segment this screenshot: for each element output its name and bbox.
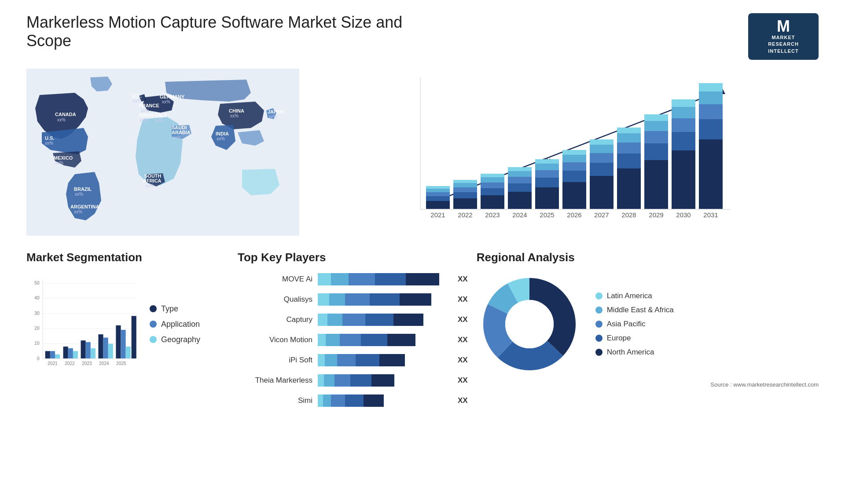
key-players-area: Top Key Players MOVE Ai XX Qualisys: [238, 251, 468, 413]
bottom-section: Market Segmentation 0 10 20 30: [26, 251, 819, 413]
svg-rect-87: [617, 128, 641, 133]
svg-rect-50: [426, 192, 450, 196]
svg-rect-58: [481, 195, 504, 209]
svg-rect-102: [699, 83, 723, 91]
svg-rect-139: [116, 325, 121, 358]
legend-label-application: Application: [161, 320, 200, 329]
svg-text:30: 30: [34, 311, 40, 316]
svg-rect-57: [453, 180, 477, 183]
svg-rect-89: [644, 143, 668, 160]
reg-legend-apac: Asia Pacific: [595, 320, 674, 329]
svg-text:AFRICA: AFRICA: [143, 178, 162, 183]
seg-chart-and-legend: 0 10 20 30 40 50: [26, 271, 229, 377]
svg-text:2023: 2023: [485, 211, 500, 219]
svg-text:FRANCE: FRANCE: [139, 103, 159, 108]
svg-text:xx%: xx%: [57, 117, 66, 122]
svg-rect-136: [98, 334, 103, 358]
reg-label-na: North America: [607, 348, 654, 357]
svg-rect-132: [73, 351, 78, 358]
player-row-theia: Theia Markerless XX: [238, 373, 468, 388]
svg-rect-82: [590, 139, 614, 145]
player-xx-vicon: XX: [458, 336, 468, 344]
svg-rect-158: [318, 293, 329, 306]
svg-rect-68: [535, 187, 559, 209]
svg-text:2021: 2021: [430, 211, 445, 219]
reg-legend-na: North America: [595, 348, 674, 357]
donut-chart: [477, 271, 582, 377]
reg-label-apac: Asia Pacific: [607, 320, 646, 329]
svg-text:2023: 2023: [82, 361, 92, 366]
segmentation-title: Market Segmentation: [26, 251, 229, 264]
svg-rect-52: [426, 186, 450, 189]
svg-rect-60: [481, 183, 504, 188]
svg-text:ITALY: ITALY: [154, 113, 168, 118]
player-xx-ipi: XX: [458, 356, 468, 365]
svg-rect-90: [644, 131, 668, 143]
svg-text:INDIA: INDIA: [216, 131, 229, 136]
svg-rect-81: [590, 145, 614, 153]
svg-text:xx%: xx%: [74, 209, 82, 214]
svg-rect-77: [562, 150, 586, 155]
svg-rect-85: [617, 142, 641, 153]
svg-text:2024: 2024: [512, 211, 527, 219]
svg-rect-83: [617, 168, 641, 209]
donut-and-legend: Latin America Middle East & Africa Asia …: [477, 271, 819, 377]
svg-rect-71: [535, 164, 559, 170]
segmentation-chart: 0 10 20 30 40 50: [26, 271, 141, 377]
legend-dot-type: [150, 305, 157, 312]
svg-text:CHINA: CHINA: [229, 108, 244, 113]
player-row-qualisys: Qualisys XX: [238, 292, 468, 307]
svg-rect-59: [481, 188, 504, 195]
svg-rect-49: [426, 196, 450, 201]
reg-label-europe: Europe: [607, 334, 631, 343]
svg-text:xx%: xx%: [140, 118, 148, 123]
svg-text:xx%: xx%: [162, 99, 170, 104]
reg-dot-europe: [595, 335, 603, 342]
svg-rect-153: [318, 273, 331, 285]
svg-rect-70: [535, 170, 559, 178]
logo-text: MARKET RESEARCH INTELLECT: [768, 34, 799, 55]
player-name-ipi: iPi Soft: [238, 356, 312, 365]
svg-text:xx%: xx%: [155, 118, 163, 123]
page-title: Markerless Motion Capture Software Marke…: [26, 13, 422, 50]
player-row-captury: Captury XX: [238, 312, 468, 328]
legend-label-type: Type: [161, 304, 178, 314]
svg-text:CANADA: CANADA: [55, 112, 76, 117]
svg-text:BRAZIL: BRAZIL: [74, 186, 92, 192]
svg-rect-95: [672, 118, 695, 132]
key-players-title: Top Key Players: [238, 251, 468, 264]
logo-letter: M: [777, 18, 790, 34]
svg-rect-128: [50, 351, 55, 358]
legend-geography: Geography: [150, 335, 200, 344]
svg-text:2030: 2030: [676, 211, 691, 219]
svg-text:2031: 2031: [703, 211, 718, 219]
reg-dot-apac: [595, 321, 603, 328]
svg-text:2026: 2026: [567, 211, 581, 219]
regional-legend: Latin America Middle East & Africa Asia …: [595, 292, 674, 357]
svg-text:U.S.: U.S.: [45, 135, 54, 141]
svg-rect-80: [590, 153, 614, 163]
player-bar-theia: [318, 373, 450, 388]
svg-rect-76: [562, 155, 586, 162]
svg-rect-72: [535, 159, 559, 164]
svg-text:SPAIN: SPAIN: [139, 113, 153, 118]
segmentation-area: Market Segmentation 0 10 20 30: [26, 251, 229, 377]
legend-dot-application: [150, 321, 157, 328]
player-name-vicon: Vicon Motion: [238, 336, 312, 344]
svg-rect-142: [132, 316, 136, 359]
svg-rect-183: [318, 394, 323, 407]
svg-text:JAPAN: JAPAN: [268, 109, 284, 114]
svg-text:xx%: xx%: [45, 141, 53, 146]
svg-rect-64: [508, 183, 532, 192]
svg-rect-97: [672, 99, 695, 107]
svg-rect-56: [453, 183, 477, 187]
reg-legend-mea: Middle East & Africa: [595, 306, 674, 314]
legend-application: Application: [150, 320, 200, 329]
svg-rect-133: [81, 340, 86, 358]
svg-rect-92: [644, 114, 668, 121]
svg-rect-88: [644, 160, 668, 209]
world-map: CANADA xx% U.S. xx% MEXICO xx% BRAZIL xx…: [26, 69, 299, 236]
player-bar-vicon: [318, 332, 450, 348]
player-row-simi: Simi XX: [238, 393, 468, 409]
player-bar-simi: [318, 393, 450, 409]
